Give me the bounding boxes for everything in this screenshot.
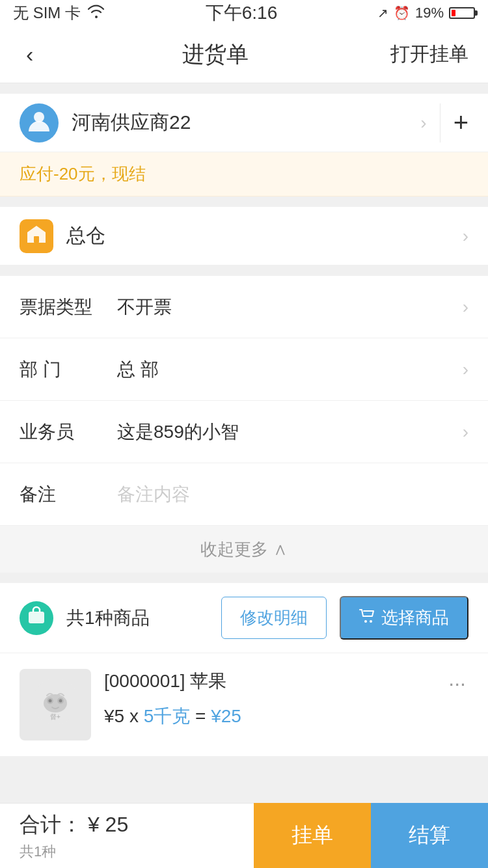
open-hang-button[interactable]: 打开挂单 (390, 41, 468, 68)
section-divider-3 (0, 573, 488, 583)
supplier-name: 河南供应商22 (72, 109, 420, 136)
product-count: 共1种商品 (66, 606, 208, 631)
product-name: [0000001] 苹果 (104, 669, 433, 694)
cart-icon (359, 608, 376, 628)
unit-price: ¥5 (104, 706, 124, 726)
supplier-row[interactable]: 河南供应商22 › + (0, 94, 488, 152)
svg-rect-1 (34, 236, 39, 243)
department-label: 部 门 (20, 357, 104, 382)
product-thumbnail: 督+ (20, 669, 91, 740)
nav-bar: ‹ 进货单 打开挂单 (0, 26, 488, 83)
total-price: ¥25 (211, 706, 241, 726)
footer-total: 合计： ¥ 25 共1种 (0, 803, 254, 868)
select-product-label: 选择商品 (381, 606, 449, 629)
salesperson-label: 业务员 (20, 420, 104, 444)
warehouse-chevron-icon: › (463, 226, 468, 247)
status-time: 下午6:16 (206, 1, 278, 25)
svg-point-3 (364, 620, 367, 623)
alarm-icon: ⏰ (394, 5, 410, 21)
checkout-label: 结算 (409, 821, 450, 850)
salesperson-row[interactable]: 业务员 这是859的小智 › (0, 401, 488, 463)
remark-label: 备注 (20, 482, 104, 507)
checkout-button[interactable]: 结算 (371, 803, 488, 868)
section-divider-1 (0, 197, 488, 207)
edit-detail-button[interactable]: 修改明细 (221, 597, 327, 639)
battery-icon (449, 7, 475, 19)
department-chevron-icon: › (463, 359, 468, 380)
hang-label: 挂单 (291, 821, 333, 850)
collapse-bar[interactable]: 收起更多 ∧ (0, 526, 488, 573)
svg-point-9 (49, 699, 52, 702)
notice-text: 应付-20元，现结 (20, 164, 146, 183)
supplier-section: 河南供应商22 › + 应付-20元，现结 (0, 94, 488, 197)
invoice-type-value: 不开票 (104, 295, 463, 319)
footer-total-amount: 合计： ¥ 25 (20, 811, 234, 839)
shopping-bag-icon (26, 605, 47, 631)
invoice-type-chevron-icon: › (463, 297, 468, 318)
svg-point-10 (59, 699, 62, 702)
svg-text:督+: 督+ (50, 713, 61, 720)
page-title: 进货单 (182, 40, 249, 70)
salesperson-value: 这是859的小智 (104, 420, 463, 444)
collapse-label: 收起更多 ∧ (200, 538, 287, 561)
location-icon: ↗ (377, 5, 388, 21)
product-item: 督+ [0000001] 苹果 ¥5 x 5千克 = ¥25 ··· (0, 653, 488, 757)
svg-point-6 (44, 694, 67, 712)
supplier-avatar (20, 103, 59, 142)
hang-button[interactable]: 挂单 (254, 803, 371, 868)
status-bar: 无 SIM 卡 下午6:16 ↗ ⏰ 19% (0, 0, 488, 26)
footer-total-count: 共1种 (20, 842, 234, 861)
warehouse-label: 总仓 (66, 223, 463, 249)
salesperson-chevron-icon: › (463, 422, 468, 442)
product-title: 苹果 (190, 671, 226, 691)
product-info: [0000001] 苹果 ¥5 x 5千克 = ¥25 (104, 669, 433, 729)
quantity: 5千克 (144, 706, 191, 726)
battery-percent: 19% (415, 5, 444, 21)
back-button[interactable]: ‹ (20, 35, 40, 74)
supplier-chevron-icon: › (420, 113, 426, 133)
svg-point-0 (34, 112, 44, 122)
total-label: 合计： (20, 813, 82, 836)
warehouse-icon (26, 223, 47, 249)
department-row[interactable]: 部 门 总 部 › (0, 338, 488, 401)
equals-sign: = (195, 706, 211, 726)
notice-bar: 应付-20元，现结 (0, 152, 488, 197)
department-value: 总 部 (104, 357, 463, 382)
invoice-type-row[interactable]: 票据类型 不开票 › (0, 276, 488, 338)
bottom-footer: 合计： ¥ 25 共1种 挂单 结算 (0, 803, 488, 868)
remark-row[interactable]: 备注 备注内容 (0, 463, 488, 526)
product-code: [0000001] (104, 671, 190, 691)
svg-rect-2 (29, 612, 44, 623)
product-header-icon-container (20, 601, 53, 635)
product-more-button[interactable]: ··· (446, 669, 468, 698)
status-left: 无 SIM 卡 (13, 3, 105, 23)
carrier-label: 无 SIM 卡 (13, 3, 81, 23)
add-supplier-button[interactable]: + (440, 103, 468, 142)
top-divider (0, 83, 488, 94)
product-price: ¥5 x 5千克 = ¥25 (104, 704, 433, 729)
price-separator: x (129, 706, 144, 726)
warehouse-icon-container (20, 219, 53, 253)
avatar-icon (27, 108, 51, 138)
product-placeholder-icon: 督+ (33, 679, 78, 731)
svg-point-4 (370, 620, 372, 623)
section-divider-2 (0, 265, 488, 276)
status-right: ↗ ⏰ 19% (377, 5, 475, 21)
form-section: 票据类型 不开票 › 部 门 总 部 › 业务员 这是859的小智 › 备注 备… (0, 276, 488, 526)
product-header: 共1种商品 修改明细 选择商品 (0, 583, 488, 653)
remark-value: 备注内容 (104, 482, 468, 507)
invoice-type-label: 票据类型 (20, 295, 104, 319)
wifi-icon (87, 4, 105, 22)
select-product-button[interactable]: 选择商品 (340, 596, 468, 640)
warehouse-row[interactable]: 总仓 › (0, 207, 488, 265)
total-amount: ¥ 25 (88, 813, 128, 836)
